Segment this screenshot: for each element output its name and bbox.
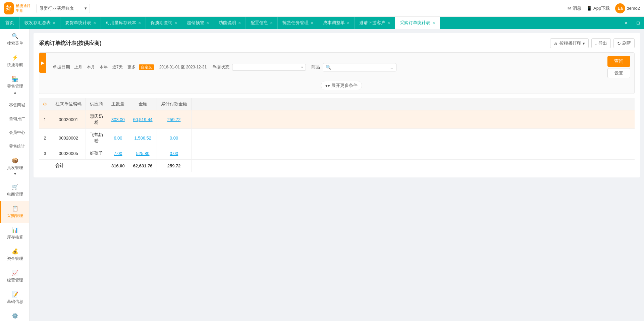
- tab-invite-downstream-label: 邀请下游客户: [359, 20, 385, 26]
- tab-pick-task[interactable]: 拣货任务管理 ✕: [278, 17, 318, 29]
- td-paid-amount: 0.00: [157, 147, 191, 160]
- quantity-link[interactable]: 6.00: [114, 136, 122, 141]
- sidebar-item-basic-info[interactable]: 📝 基础信息: [0, 287, 29, 309]
- right-filter-actions: 查询 设置: [607, 56, 630, 78]
- paid-amount-link[interactable]: 0.00: [170, 151, 178, 156]
- nav-close-btn[interactable]: ✕: [620, 17, 632, 29]
- workspace-selector[interactable]: 母婴行业演示账套 ▾: [36, 4, 90, 13]
- sidebar-item-search[interactable]: 🔍 搜索英单: [0, 29, 29, 50]
- shortcut-this-year[interactable]: 本年: [98, 64, 109, 71]
- tab-goods-summary[interactable]: 要货单统计表 ✕: [60, 17, 101, 29]
- sidebar-item-purchase[interactable]: 📋 采购管理: [0, 201, 29, 223]
- tab-cost-adjust-close-icon[interactable]: ✕: [347, 21, 350, 25]
- sidebar-item-member[interactable]: 会员中心: [0, 126, 29, 140]
- goods-search-icon: 🔍: [326, 65, 331, 70]
- tab-invite-downstream[interactable]: 邀请下游客户 ✕: [355, 17, 395, 29]
- amount-link[interactable]: 525.80: [136, 151, 150, 156]
- sidebar-item-system[interactable]: ⚙️ 系统管理: [0, 309, 29, 321]
- sidebar-item-retail[interactable]: 🏪 零售管理 ▲: [0, 72, 29, 98]
- filter-collapse-button[interactable]: ▶: [39, 53, 46, 73]
- td-code: 00020001: [51, 110, 86, 129]
- sidebar-label-inventory: 库存核算: [7, 234, 23, 240]
- nav-menu-btn[interactable]: ⊡: [632, 17, 644, 29]
- shortcut-last-month[interactable]: 上月: [73, 64, 84, 71]
- tab-config-info-close-icon[interactable]: ✕: [270, 21, 273, 25]
- table-row: 2 00020002 飞鹤奶粉 6.00 1,586.52 0.00: [39, 129, 635, 147]
- tab-pick-task-close-icon[interactable]: ✕: [311, 21, 313, 25]
- retail-icon: 🏪: [12, 76, 18, 82]
- filter-expand-row: ▾▾ 展开更多条件: [53, 81, 630, 90]
- tab-stock-book[interactable]: 可用量库存账本 ✕: [101, 17, 146, 29]
- shortcut-more[interactable]: 更多: [126, 64, 137, 71]
- tab-overstock-warning-close-icon[interactable]: ✕: [206, 21, 209, 25]
- paid-amount-link[interactable]: 259.72: [167, 117, 181, 122]
- tab-goods-summary-close-icon[interactable]: ✕: [93, 21, 96, 25]
- th-settings[interactable]: ⚙: [39, 98, 51, 110]
- tab-receivable-close-icon[interactable]: ✕: [53, 21, 55, 25]
- shortcut-this-month[interactable]: 本月: [86, 64, 96, 71]
- footer-extra-cell: [191, 160, 635, 172]
- expand-more-button[interactable]: ▾▾ 展开更多条件: [321, 81, 362, 90]
- tab-purchase-summary-close-icon[interactable]: ✕: [432, 21, 435, 25]
- sidebar-label-operations: 经营管理: [7, 277, 23, 283]
- tab-receivable[interactable]: 收发存汇总表 ✕: [20, 17, 60, 29]
- tab-overstock-warning-label: 超储预警: [187, 20, 204, 26]
- tab-expiry-query-close-icon[interactable]: ✕: [174, 21, 177, 25]
- refresh-button[interactable]: ↻ 刷新: [613, 38, 635, 48]
- tab-stock-book-close-icon[interactable]: ✕: [138, 21, 141, 25]
- tab-expiry-query[interactable]: 保质期查询 ✕: [146, 17, 182, 29]
- workspace-label: 母婴行业演示账套: [39, 5, 74, 11]
- table-container: ⚙ 往来单位编码 供应商 主数量 金额 累计付款金额: [39, 98, 635, 172]
- search-icon: 🔍: [12, 33, 18, 39]
- expand-more-icon: ▾▾: [325, 83, 330, 88]
- sidebar-item-batch[interactable]: 📦 批发管理 ▼: [0, 153, 29, 180]
- query-button[interactable]: 查询: [607, 56, 630, 67]
- sidebar-item-quick-nav[interactable]: ⚡ 快捷导航: [0, 50, 29, 72]
- td-row-no: 2: [39, 129, 51, 147]
- footer-quantity-cell: 316.00: [107, 160, 129, 172]
- export-button[interactable]: ↓ 导出: [591, 38, 611, 48]
- app-download-btn[interactable]: 📱 App下载: [587, 5, 610, 11]
- filter-goods-input-box[interactable]: 🔍 …: [323, 63, 396, 71]
- user-profile-btn[interactable]: Ea demo2: [615, 3, 640, 13]
- sidebar-item-marketing[interactable]: 营销推广: [0, 112, 29, 126]
- app-logo-text: 畅捷通好生意: [16, 4, 34, 12]
- user-avatar: Ea: [615, 3, 625, 13]
- custom-date-badge[interactable]: 自定义: [139, 64, 154, 70]
- top-bar: 好 畅捷通好生意 母婴行业演示账套 ▾ ✉ 消息 📱 App下载 Ea demo…: [0, 0, 644, 17]
- tab-config-info[interactable]: 配置信息 ✕: [246, 17, 278, 29]
- tab-home[interactable]: 首页: [0, 17, 20, 29]
- nav-tabs-end: ✕ ⊡: [620, 17, 644, 29]
- sidebar-item-finance[interactable]: 💰 资金管理: [0, 244, 29, 266]
- tab-invite-downstream-close-icon[interactable]: ✕: [387, 21, 390, 25]
- sidebar-item-inventory[interactable]: 📊 库存核算: [0, 223, 29, 244]
- sidebar-item-operations[interactable]: 📈 经营管理: [0, 266, 29, 287]
- tab-function-desc[interactable]: 功能说明 ✕: [214, 17, 246, 29]
- quantity-link[interactable]: 303.00: [111, 117, 125, 122]
- inventory-icon: 📊: [12, 227, 18, 233]
- th-code: 往来单位编码: [51, 98, 86, 110]
- amount-link[interactable]: 1,586.52: [134, 136, 151, 141]
- quantity-link[interactable]: 7.00: [114, 151, 122, 156]
- messages-btn[interactable]: ✉ 消息: [568, 5, 581, 11]
- table-footer: 合计 316.00 62,631.76 259.72: [39, 160, 635, 172]
- table-header-row: ⚙ 往来单位编码 供应商 主数量 金额 累计付款金额: [39, 98, 635, 110]
- top-right-area: ✉ 消息 📱 App下载 Ea demo2: [568, 3, 640, 13]
- amount-link[interactable]: 60,519.44: [133, 117, 153, 122]
- tab-overstock-warning[interactable]: 超储预警 ✕: [182, 17, 214, 29]
- tab-goods-summary-label: 要货单统计表: [65, 20, 91, 26]
- sidebar-label-member: 会员中心: [9, 130, 25, 136]
- shortcut-last-7days[interactable]: 近7天: [111, 64, 124, 71]
- sidebar-item-ecommerce[interactable]: 🛒 电商管理: [0, 180, 29, 201]
- tab-purchase-summary[interactable]: 采购订单统计表 ✕: [395, 17, 440, 29]
- tab-cost-adjust[interactable]: 成本调整单 ✕: [318, 17, 355, 29]
- template-print-button[interactable]: 🖨 按模板打印 ▾: [550, 38, 589, 48]
- sidebar-item-retail-stats[interactable]: 零售统计: [0, 140, 29, 153]
- tab-function-desc-close-icon[interactable]: ✕: [238, 21, 241, 25]
- settings-button[interactable]: 设置: [607, 68, 630, 78]
- filter-status-select[interactable]: ▾: [232, 64, 306, 71]
- paid-amount-link[interactable]: 0.00: [170, 136, 178, 141]
- td-code: 00020002: [51, 129, 86, 147]
- td-extra: [191, 147, 635, 160]
- sidebar-item-retail-store[interactable]: 零售商城: [0, 98, 29, 112]
